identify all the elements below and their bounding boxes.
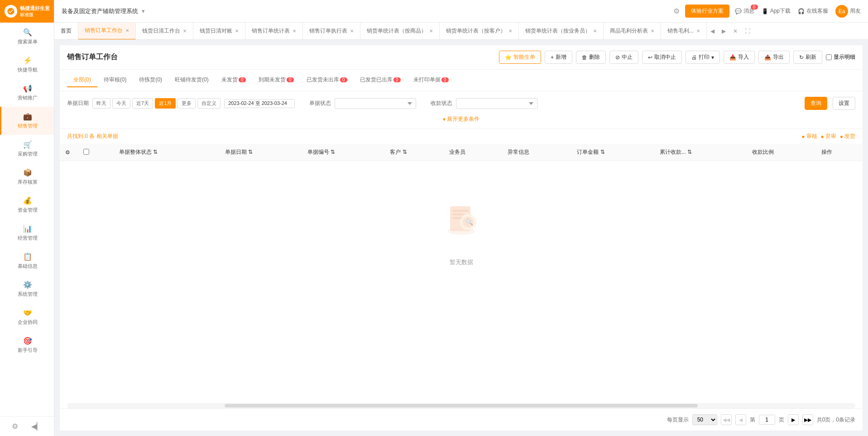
tab-close-sales-stat[interactable]: ✕ bbox=[293, 28, 296, 33]
scroll-thumb[interactable] bbox=[225, 404, 698, 408]
tab-goods-stat-staff[interactable]: 销货单统计表（按业务员） ✕ bbox=[519, 23, 604, 40]
date-btn-1month[interactable]: 近1月 bbox=[155, 98, 176, 109]
sidebar-item-business[interactable]: 📊 经营管理 bbox=[0, 219, 54, 247]
refresh-button[interactable]: ↻ 刷新 bbox=[793, 51, 822, 64]
add-button[interactable]: + 新增 bbox=[545, 51, 572, 64]
tabs-nav-prev[interactable]: ◀ bbox=[707, 23, 718, 40]
tab-close-sales-more[interactable]: ✕ bbox=[696, 28, 700, 33]
date-range-input[interactable] bbox=[224, 99, 295, 108]
status-filter-select[interactable] bbox=[335, 98, 416, 109]
filter-tab-pending-inspect[interactable]: 待拣货(0) bbox=[133, 73, 168, 87]
tab-goods-profit[interactable]: 商品毛利分析表 ✕ bbox=[604, 23, 661, 40]
cancel-stop-button[interactable]: ↩ 取消中止 bbox=[642, 51, 682, 64]
sidebar-item-sales[interactable]: 💼 销售管理 bbox=[0, 107, 54, 135]
next-page-btn[interactable]: ▶ bbox=[788, 414, 799, 425]
filter-tab-shipped-not-out[interactable]: 已发货未出库0 bbox=[300, 73, 354, 87]
delete-button[interactable]: 🗑 删除 bbox=[576, 51, 606, 64]
col-abnormal[interactable]: 异常信息 bbox=[502, 144, 572, 161]
page-input[interactable] bbox=[759, 415, 775, 425]
sidebar-item-guide[interactable]: 🎯 新手引导 bbox=[0, 331, 54, 359]
show-detail-checkbox-label[interactable]: 显示明细 bbox=[826, 53, 855, 61]
tab-close-goods-stat-customer[interactable]: ✕ bbox=[508, 28, 512, 33]
tab-sales-more[interactable]: 销售毛利... ✕ bbox=[661, 23, 707, 40]
col-number[interactable]: 单据编号 ⇅ bbox=[302, 144, 384, 161]
user-btn[interactable]: Ea 用友 bbox=[835, 5, 861, 18]
col-date[interactable]: 单据日期 ⇅ bbox=[220, 144, 302, 161]
col-status[interactable]: 单据整体状态 ⇅ bbox=[114, 144, 220, 161]
sidebar-item-search[interactable]: 🔍 搜索菜单 bbox=[0, 23, 54, 51]
tabs-close-all[interactable]: ✕ bbox=[729, 23, 741, 40]
col-amount[interactable]: 订单金额 ⇅ bbox=[571, 144, 654, 161]
settings-button[interactable]: 设置 bbox=[833, 97, 855, 110]
tab-close-goods-stat-staff[interactable]: ✕ bbox=[593, 28, 597, 33]
per-page-select[interactable]: 10 20 50 100 bbox=[692, 414, 717, 425]
col-staff[interactable]: 业务员 bbox=[444, 144, 502, 161]
date-btn-7days[interactable]: 近7天 bbox=[132, 98, 153, 109]
message-btn[interactable]: 💬 消息 6 bbox=[735, 7, 754, 15]
sidebar-item-purchase[interactable]: 🛒 采购管理 bbox=[0, 135, 54, 163]
tab-sales-exec[interactable]: 销售订单执行表 ✕ bbox=[303, 23, 360, 40]
collapse-btn[interactable]: ◀▏ bbox=[31, 422, 42, 431]
prev-page-btn[interactable]: ◀ bbox=[735, 414, 746, 425]
tab-close-cash-daily[interactable]: ✕ bbox=[183, 28, 187, 33]
tab-close-cash-reconcile[interactable]: ✕ bbox=[235, 28, 239, 33]
sidebar-item-marketing[interactable]: 📢 营销推广 bbox=[0, 79, 54, 107]
tab-close-sales-exec[interactable]: ✕ bbox=[350, 28, 354, 33]
col-settings[interactable]: ⚙ bbox=[60, 144, 78, 161]
tab-sales-order[interactable]: 销售订单工作台 ✕ bbox=[78, 23, 136, 40]
tab-close-goods-profit[interactable]: ✕ bbox=[651, 28, 654, 33]
filter-tab-shipped-out[interactable]: 已发货已出库0 bbox=[354, 73, 407, 87]
filter-tab-not-shipped[interactable]: 未发货0 bbox=[215, 73, 252, 87]
sidebar-item-finance[interactable]: 💰 资金管理 bbox=[0, 191, 54, 219]
sidebar-item-basic[interactable]: 📋 基础信息 bbox=[0, 247, 54, 275]
online-service-btn[interactable]: 🎧 在线客服 bbox=[798, 7, 828, 15]
tab-goods-stat-product[interactable]: 销货单统计表（按商品） ✕ bbox=[360, 23, 440, 40]
date-btn-today[interactable]: 今天 bbox=[112, 98, 130, 109]
horizontal-scrollbar[interactable] bbox=[67, 403, 855, 408]
tabs-nav-next[interactable]: ▶ bbox=[718, 23, 729, 40]
filter-tab-expired-ship[interactable]: 到期未发货0 bbox=[252, 73, 300, 87]
expand-filter-btn[interactable]: ▾ 展开更多条件 bbox=[443, 115, 480, 123]
sidebar-item-inventory[interactable]: 📦 库存核算 bbox=[0, 163, 54, 191]
date-btn-custom[interactable]: 自定义 bbox=[197, 98, 221, 109]
sidebar-item-nav[interactable]: ⚡ 快捷导航 bbox=[0, 51, 54, 79]
topbar-gear-icon[interactable]: ⚙ bbox=[673, 7, 680, 15]
tab-home[interactable]: 首页 bbox=[54, 23, 78, 40]
tab-close-sales-order[interactable]: ✕ bbox=[125, 28, 129, 33]
solution-button[interactable]: 体验行业方案 bbox=[685, 5, 729, 18]
tab-close-goods-stat-product[interactable]: ✕ bbox=[429, 28, 433, 33]
stop-button[interactable]: ⊘ 中止 bbox=[609, 51, 638, 64]
sidebar-item-coop[interactable]: 🤝 企业协同 bbox=[0, 303, 54, 331]
date-btn-more[interactable]: 更多 bbox=[177, 98, 196, 109]
tab-cash-reconcile[interactable]: 钱货日清对账 ✕ bbox=[193, 23, 245, 40]
review-batch-btn[interactable]: ● 审核 bbox=[801, 133, 817, 140]
tabs-maximize[interactable]: ⛶ bbox=[741, 23, 754, 40]
select-all-checkbox[interactable] bbox=[83, 149, 89, 155]
settings-bottom-btn[interactable]: ⚙ bbox=[12, 422, 18, 431]
col-received[interactable]: 累计收款... ⇅ bbox=[654, 144, 747, 161]
col-ratio[interactable]: 收款比例 bbox=[747, 144, 816, 161]
sidebar-item-system[interactable]: ⚙️ 系统管理 bbox=[0, 275, 54, 303]
col-customer[interactable]: 客户 ⇅ bbox=[384, 144, 444, 161]
payment-filter-select[interactable] bbox=[456, 98, 537, 109]
date-btn-yesterday[interactable]: 昨天 bbox=[92, 98, 110, 109]
show-detail-checkbox[interactable] bbox=[826, 54, 832, 60]
print-button[interactable]: 🖨 打印 ▾ bbox=[686, 51, 720, 64]
cancel-review-batch-btn[interactable]: ● 弃审 bbox=[821, 133, 836, 140]
filter-tab-pending-review[interactable]: 待审核(0) bbox=[97, 73, 133, 87]
title-dropdown-icon[interactable]: ▾ bbox=[142, 8, 145, 14]
app-download-btn[interactable]: 📱 App下载 bbox=[762, 7, 791, 15]
ship-batch-btn[interactable]: ● 发货 bbox=[840, 133, 855, 140]
tab-sales-stat[interactable]: 销售订单统计表 ✕ bbox=[245, 23, 303, 40]
filter-tab-wangpu[interactable]: 旺铺待发货(0) bbox=[168, 73, 215, 87]
tab-goods-stat-customer[interactable]: 销货单统计表（按客户） ✕ bbox=[440, 23, 519, 40]
filter-tab-not-printed[interactable]: 未打印单据0 bbox=[407, 73, 455, 87]
tab-cash-daily[interactable]: 钱货日清工作台 ✕ bbox=[136, 23, 193, 40]
first-page-btn[interactable]: ◀◀ bbox=[721, 414, 732, 425]
filter-tab-all[interactable]: 全部(0) bbox=[67, 73, 97, 87]
query-button[interactable]: 查询 bbox=[805, 97, 827, 110]
export-button[interactable]: 📤 导出 bbox=[758, 51, 790, 64]
last-page-btn[interactable]: ▶▶ bbox=[802, 414, 813, 425]
import-button[interactable]: 📥 导入 bbox=[724, 51, 755, 64]
smart-create-button[interactable]: ⭐ 智能生单 bbox=[499, 51, 541, 64]
